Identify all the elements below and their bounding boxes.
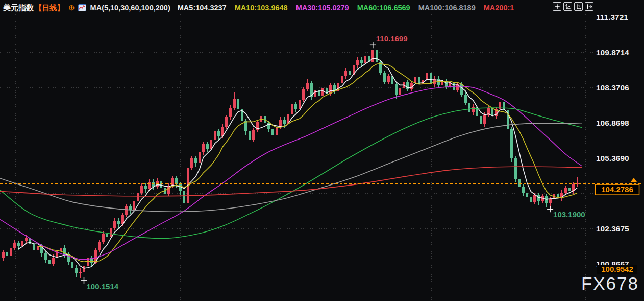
candle (376, 50, 378, 62)
ma-legend-item: MA5:104.3237 (178, 4, 227, 12)
candle (133, 201, 135, 210)
y-axis-tick-label: 102.3675 (596, 224, 629, 233)
candle (113, 221, 116, 228)
chart-header: 美元指数 【日线】 ⊕ MA(5,10,30,60,100,200) MA5:1… (0, 0, 644, 14)
candle (349, 71, 351, 75)
candle (341, 76, 343, 83)
candle (464, 95, 467, 103)
candle (144, 186, 147, 189)
candle (60, 248, 62, 251)
candle (237, 99, 239, 109)
candle (79, 272, 82, 273)
y-axis-tick-label: 108.3706 (596, 83, 629, 92)
y-axis-labels: 111.3721109.8714108.3706106.8698105.3690… (596, 13, 629, 268)
candle (364, 56, 366, 63)
chart-toolbar (553, 2, 593, 11)
ma-group-label: MA(5,10,30,60,100,200) (90, 4, 170, 12)
candle (387, 76, 390, 82)
svg-text:104.2786: 104.2786 (601, 185, 633, 194)
candle (190, 158, 193, 168)
candle (206, 144, 209, 149)
candle (44, 253, 47, 260)
candlestick-chart-icon[interactable] (78, 4, 86, 11)
candle (510, 129, 513, 158)
candle (299, 100, 301, 109)
price-markers: 110.1699100.1514103.1900 (81, 34, 585, 291)
candle (314, 90, 316, 98)
candle (148, 182, 151, 189)
y-axis-zoom-icon[interactable] (563, 2, 572, 11)
candle (199, 152, 201, 163)
candle (468, 103, 470, 112)
candle (302, 89, 305, 100)
ma-legend-item: MA200:1 (484, 4, 514, 12)
candle (71, 262, 73, 268)
candle (514, 158, 517, 179)
candle (160, 181, 162, 188)
x-axis-zoom-icon[interactable] (574, 2, 583, 11)
candle (117, 221, 120, 224)
candle (399, 88, 401, 95)
candlestick-chart[interactable]: 111.3721109.8714108.3706106.8698105.3690… (0, 0, 644, 301)
collapse-right-icon[interactable] (585, 2, 593, 11)
ma-legend-item: MA60:106.6569 (357, 4, 410, 12)
y-axis-tick-label: 109.8714 (596, 48, 629, 57)
ma-legend-item: MA10:103.9648 (235, 4, 288, 12)
candle (140, 186, 143, 193)
candle (2, 252, 5, 259)
ma-legend: MA5:104.3237MA10:103.9648MA30:105.0279MA… (178, 4, 523, 12)
candle (291, 104, 293, 113)
candle (48, 260, 51, 264)
candle (483, 115, 486, 124)
ma-legend-item: MA30:105.0279 (296, 4, 349, 12)
price-annotation: 110.1699 (376, 34, 408, 43)
candle (171, 178, 174, 186)
candle (276, 127, 278, 135)
price-up-arrow-icon (631, 178, 637, 182)
candle (52, 258, 55, 264)
candle (25, 238, 28, 241)
candle (564, 188, 567, 192)
pan-icon[interactable] (553, 2, 561, 11)
ma-line-ma200 (0, 167, 582, 196)
candle (233, 99, 236, 108)
candle (202, 144, 205, 152)
candle (249, 131, 251, 140)
candle (294, 104, 297, 109)
candles (2, 45, 579, 281)
ma-lines (0, 58, 582, 268)
candle (549, 199, 552, 203)
candle (194, 158, 197, 163)
add-indicator-icon[interactable]: ⊕ (68, 3, 75, 12)
candle (229, 108, 232, 117)
candle (480, 116, 482, 124)
current-price-box: 104.2786 (596, 184, 639, 195)
fx678-watermark: FX678 (581, 273, 639, 294)
symbol-title: 美元指数 (3, 3, 34, 13)
candle (533, 195, 536, 202)
candle (152, 182, 155, 187)
gridlines (0, 14, 593, 301)
candle (568, 188, 571, 191)
candle (17, 243, 20, 246)
candle (522, 187, 525, 193)
candle (102, 234, 105, 242)
candle (472, 107, 475, 113)
candle (252, 130, 255, 140)
candle (183, 191, 185, 203)
candle (306, 83, 309, 89)
candle (371, 50, 374, 62)
price-annotation: 100.1514 (87, 282, 119, 291)
candle (214, 131, 216, 140)
y-axis-tick-label: 106.8698 (596, 119, 629, 127)
ma-legend-item: MA100:106.8189 (418, 4, 476, 12)
candle (75, 268, 78, 274)
candle (10, 248, 12, 256)
candle (110, 228, 112, 237)
candle (426, 73, 428, 80)
y-axis-tick-label: 105.3690 (596, 154, 629, 163)
candle (526, 193, 528, 197)
candle (271, 129, 274, 135)
candle (125, 206, 128, 215)
candle (37, 246, 39, 250)
